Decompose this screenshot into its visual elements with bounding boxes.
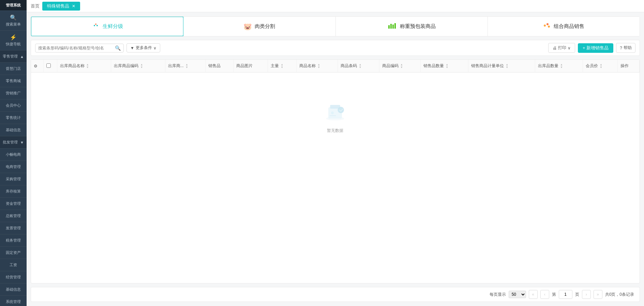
sidebar: 管理系统 🔍 搜索菜单 ⚡ 快捷导航 零售管理 ▲ 督慧门店 零售商城 营销推广… (0, 0, 27, 306)
sidebar-item-quick-nav[interactable]: ⚡ 快捷导航 (0, 31, 27, 50)
svg-point-13 (338, 107, 344, 113)
sidebar-item-base-info2[interactable]: 基础信息 (0, 284, 27, 296)
print-icon: 🖨 (553, 46, 557, 50)
th-settings[interactable]: ⚙ (31, 60, 43, 73)
print-label: 打印 (558, 45, 566, 51)
sidebar-item-tax[interactable]: 税务管理 (0, 234, 27, 247)
sidebar-item-mall[interactable]: 零售商城 (0, 75, 27, 87)
active-tab[interactable]: 特殊销售品 ✕ (42, 2, 80, 11)
svg-point-8 (546, 23, 549, 25)
sort-icon-6: ▲▼ (359, 63, 362, 69)
sidebar-item-inventory[interactable]: 库存核算 (0, 185, 27, 198)
page-input[interactable] (559, 290, 572, 299)
meat-icon: 🐷 (243, 22, 252, 31)
filter-chevron-icon: ∨ (153, 46, 156, 50)
tab-label: 特殊销售品 (47, 3, 69, 9)
sort-icon-4: ▲▼ (281, 63, 283, 69)
close-tab-icon[interactable]: ✕ (72, 4, 75, 9)
th-member-price[interactable]: 会员价 ▲▼ (583, 60, 618, 73)
per-page-select[interactable]: 50 10 20 100 (509, 291, 526, 298)
help-label: 帮助 (624, 45, 632, 51)
filter-icon: ▼ (130, 46, 134, 50)
sidebar-item-purchase[interactable]: 采购管理 (0, 173, 27, 185)
sidebar-item-invoice[interactable]: 发票管理 (0, 222, 27, 234)
search-box[interactable]: 🔍 (35, 44, 124, 52)
cat-tab-fresh[interactable]: 生鲜分级 (31, 16, 184, 36)
sidebar-item-base-info[interactable]: 基础信息 (0, 124, 27, 136)
sidebar-item-retail-stats[interactable]: 零售统计 (0, 112, 27, 124)
pagination-bar: 每页显示 50 10 20 100 « ‹ 第 页 › » 共0页，0条记录 (31, 287, 640, 302)
table-container: ⚙ 出库商品名称 ▲▼ 出库商品编码 ▲▼ (31, 59, 640, 284)
th-out-code[interactable]: 出库商品编码 ▲▼ (111, 60, 165, 73)
sidebar-item-retail[interactable]: 零售管理 ▲ (0, 50, 27, 63)
sidebar-item-system[interactable]: 系统管理 (0, 296, 27, 306)
th-product-code[interactable]: 商品编码 ▲▼ (379, 60, 420, 73)
filter-button[interactable]: ▼ 更多条件 ∨ (126, 43, 160, 52)
page-content: 生鲜分级 🐷 肉类分割 称重预包装商品 (27, 12, 644, 306)
th-sale-unit[interactable]: 销售商品计量单位 ▲▼ (468, 60, 535, 73)
help-button[interactable]: ? 帮助 (616, 43, 635, 53)
toolbar-left: 🔍 ▼ 更多条件 ∨ (35, 43, 160, 52)
th-sale-qty[interactable]: 销售品数量 ▲▼ (420, 60, 468, 73)
th-barcode[interactable]: 商品条码 ▲▼ (338, 60, 379, 73)
cat-tab-combo[interactable]: 组合商品销售 (488, 17, 640, 36)
sidebar-item-ecommerce[interactable]: 小畅电商 (0, 149, 27, 161)
sidebar-item-salary[interactable]: 工资 (0, 259, 27, 271)
search-input[interactable] (38, 46, 114, 50)
top-bar: 首页 特殊销售品 ✕ (27, 0, 644, 12)
th-weight[interactable]: 主量 ▲▼ (268, 60, 296, 73)
sidebar-item-ledger[interactable]: 总账管理 (0, 210, 27, 222)
page-label-before: 第 (552, 292, 556, 297)
prev-page-button[interactable]: ‹ (540, 290, 549, 299)
cat-tab-meat-label: 肉类分割 (255, 23, 275, 30)
svg-rect-5 (392, 25, 394, 29)
last-page-button[interactable]: » (594, 290, 602, 299)
first-page-button[interactable]: « (529, 290, 538, 299)
th-out-name[interactable]: 出库商品名称 ▲▼ (57, 60, 111, 73)
cat-tab-weigh-label: 称重预包装商品 (400, 23, 436, 30)
next-page-button[interactable]: › (582, 290, 591, 299)
svg-rect-6 (394, 23, 396, 29)
svg-point-0 (94, 25, 95, 26)
sidebar-item-search[interactable]: 🔍 搜索菜单 (0, 11, 27, 31)
home-link[interactable]: 首页 (31, 3, 40, 9)
toolbar: 🔍 ▼ 更多条件 ∨ 🖨 打印 ∨ + 新增销售品 ? (31, 40, 640, 56)
print-button[interactable]: 🖨 打印 ∨ (548, 43, 575, 53)
search-icon: 🔍 (115, 45, 121, 51)
quick-nav-icon: ⚡ (10, 34, 17, 41)
svg-rect-4 (390, 24, 392, 29)
select-all-checkbox[interactable] (46, 63, 51, 68)
sort-icon-2: ▲▼ (140, 63, 143, 69)
toolbar-right: 🖨 打印 ∨ + 新增销售品 ? 帮助 (548, 43, 635, 53)
sidebar-item-wholesale[interactable]: 批发管理 ▼ (0, 136, 27, 149)
svg-point-9 (548, 26, 550, 28)
sidebar-item-operations[interactable]: 经营管理 (0, 271, 27, 284)
add-button[interactable]: + 新增销售品 (578, 43, 613, 53)
sidebar-item-marketing[interactable]: 营销推广 (0, 87, 27, 100)
th-product-name[interactable]: 商品名称 ▲▼ (296, 60, 338, 73)
sidebar-item-ecom-mgmt[interactable]: 电商管理 (0, 161, 27, 173)
sort-icon-7: ▲▼ (400, 63, 403, 69)
th-out-spec[interactable]: 出库商... ▲▼ (165, 60, 205, 73)
th-checkbox[interactable] (43, 60, 57, 73)
total-label: 共0页，0条记录 (605, 292, 634, 297)
svg-point-1 (95, 24, 96, 25)
cat-tab-meat[interactable]: 🐷 肉类分割 (183, 17, 335, 36)
cat-tab-fresh-label: 生鲜分级 (103, 23, 123, 30)
svg-point-2 (96, 25, 98, 26)
sidebar-item-assets[interactable]: 固定资产 (0, 247, 27, 259)
sort-icon-5: ▲▼ (317, 63, 320, 69)
arrow-down-icon-2: ▼ (20, 140, 24, 144)
main-content: 首页 特殊销售品 ✕ 生鲜分级 🐷 肉类分割 (27, 0, 644, 306)
empty-illustration (321, 100, 349, 124)
arrow-down-icon: ▲ (20, 55, 24, 59)
sidebar-item-member[interactable]: 会员中心 (0, 100, 27, 112)
sort-icon: ▲▼ (86, 63, 89, 69)
svg-point-14 (331, 111, 334, 114)
sidebar-item-finance[interactable]: 资金管理 (0, 198, 27, 210)
sidebar-logo: 管理系统 (0, 0, 27, 11)
print-chevron-icon: ∨ (568, 46, 571, 50)
sidebar-item-store[interactable]: 督慧门店 (0, 63, 27, 75)
cat-tab-weigh[interactable]: 称重预包装商品 (336, 17, 488, 36)
th-out-qty[interactable]: 出库品数量 ▲▼ (535, 60, 583, 73)
